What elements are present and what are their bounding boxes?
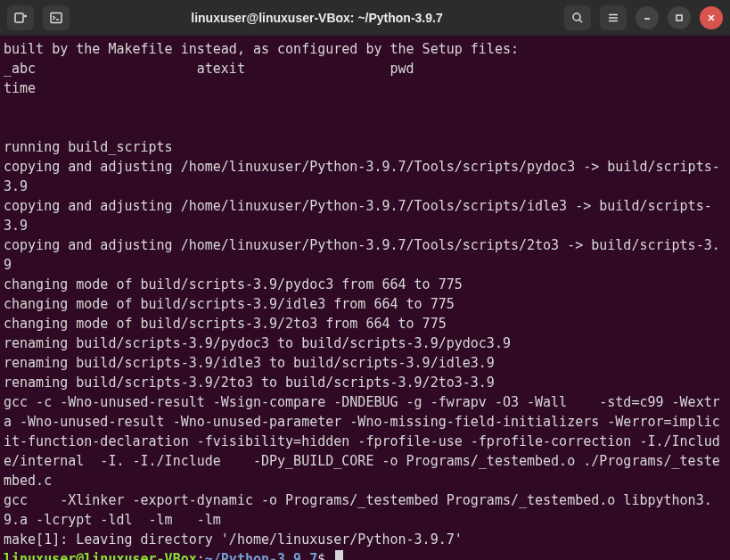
terminal-output[interactable]: built by the Makefile instead, as config… xyxy=(0,36,730,560)
prompt-colon: : xyxy=(197,551,205,560)
terminal-menu-button[interactable] xyxy=(43,5,70,30)
new-tab-button[interactable] xyxy=(7,5,34,30)
prompt-user-host: linuxuser@linuxuser-VBox xyxy=(4,551,197,560)
svg-rect-0 xyxy=(15,13,23,22)
close-button[interactable] xyxy=(700,6,723,29)
svg-rect-1 xyxy=(51,13,62,23)
prompt: linuxuser@linuxuser-VBox:~/Python-3.9.7$ xyxy=(4,551,343,560)
svg-rect-3 xyxy=(677,15,682,21)
prompt-dollar: $ xyxy=(317,551,325,560)
titlebar: linuxuser@linuxuser-VBox: ~/Python-3.9.7 xyxy=(0,0,730,36)
search-button[interactable] xyxy=(564,5,591,30)
minimize-button[interactable] xyxy=(636,6,659,29)
maximize-button[interactable] xyxy=(668,6,691,29)
hamburger-menu-button[interactable] xyxy=(600,5,627,30)
titlebar-right-group xyxy=(564,5,723,30)
window-title: linuxuser@linuxuser-VBox: ~/Python-3.9.7 xyxy=(77,11,557,25)
titlebar-left-group xyxy=(7,5,70,30)
prompt-path: ~/Python-3.9.7 xyxy=(205,551,317,560)
cursor xyxy=(335,550,343,560)
svg-point-2 xyxy=(573,13,580,21)
terminal-lines: built by the Makefile instead, as config… xyxy=(4,41,720,548)
